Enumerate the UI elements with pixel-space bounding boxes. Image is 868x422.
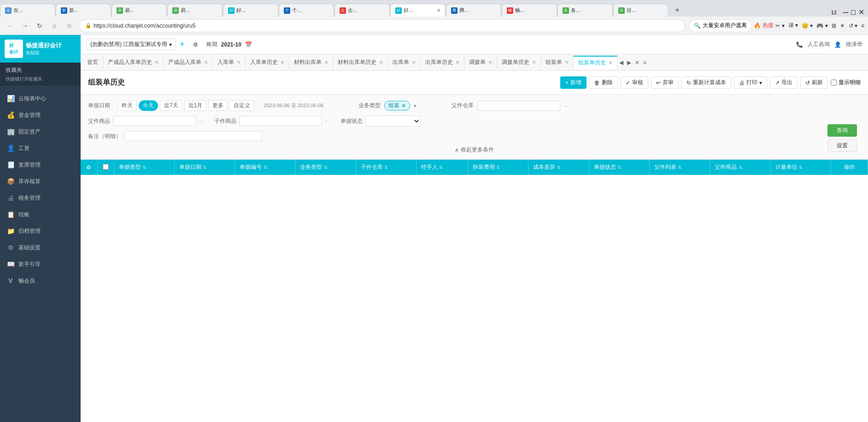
parent-goods-col-header[interactable]: 父件商品 ⇅ — [710, 160, 770, 175]
checkbox-col-header[interactable] — [97, 160, 114, 175]
browser-tab-11[interactable]: 各 各... — [557, 4, 613, 17]
settings-button[interactable]: 设置 — [827, 139, 857, 152]
sidebar-item-payroll[interactable]: 👤 工资 — [0, 140, 81, 156]
sidebar-item-inventory[interactable]: 📦 库存核算 — [0, 173, 81, 190]
parent-goods-input[interactable] — [113, 116, 196, 126]
show-detail-checkbox[interactable] — [831, 80, 837, 86]
tab-scroll-left[interactable]: ◀ — [617, 59, 625, 66]
page-tab-material-out-history[interactable]: 材料出库单历史 ✕ — [333, 56, 388, 69]
user-name[interactable]: 徐泽华 — [846, 40, 862, 48]
page-tab-material-out-history-close[interactable]: ✕ — [379, 60, 383, 65]
reload-button[interactable]: ↻ — [33, 19, 46, 32]
page-tab-home[interactable]: 首页 — [82, 56, 103, 69]
child-warehouse-col-header[interactable]: 子件仓库 ⇅ — [356, 160, 416, 175]
browser-tab-6[interactable]: 个 个... — [279, 4, 334, 17]
page-tab-in-order-close[interactable]: ✕ — [237, 60, 240, 65]
show-detail-checkbox-label[interactable]: 显示明细 — [831, 79, 861, 87]
brightness-action[interactable]: ☀ — [840, 23, 845, 29]
select-all-checkbox[interactable] — [103, 164, 109, 170]
sidebar-item-settlement[interactable]: 📋 结账 — [0, 206, 81, 223]
tab-close-8[interactable]: ✕ — [437, 8, 440, 13]
remarks-input[interactable] — [124, 131, 262, 141]
yesterday-btn[interactable]: 昨天 — [117, 100, 137, 111]
handler-col-header[interactable]: 经手人 ⇅ — [416, 160, 468, 175]
cost-diff-col-header[interactable]: 成本差异 ⇅ — [528, 160, 589, 175]
undo-action[interactable]: ↺ ▾ — [849, 23, 857, 29]
approve-button[interactable]: ✓ 审核 — [621, 76, 648, 89]
browser-tab-7[interactable]: 企 企... — [334, 4, 390, 17]
status-select[interactable] — [365, 116, 421, 127]
type-col-header[interactable]: 单据类型 ⇅ — [114, 160, 174, 175]
add-button[interactable]: + 新增 — [560, 76, 586, 89]
browser-tab-4[interactable]: 易 易... — [167, 4, 223, 17]
address-bar[interactable]: 🔒 https://cloud.chanjet.com/accounting/u… — [79, 19, 685, 32]
delete-button[interactable]: 🗑 删除 — [589, 76, 618, 89]
sidebar-item-fund[interactable]: 💰 资金管理 — [0, 107, 81, 123]
page-tab-produce-in-history-close[interactable]: ✕ — [155, 60, 158, 65]
page-tab-in-history-close[interactable]: ✕ — [281, 60, 284, 65]
browser-tab-5[interactable]: 好 好... — [223, 4, 278, 17]
sidebar-item-cloud-report[interactable]: 📊 云报表中心 — [0, 90, 81, 107]
browser-tab-9[interactable]: 腾 腾... — [446, 4, 501, 17]
sidebar-item-fixed-assets[interactable]: 🏢 固定资产 — [0, 123, 81, 140]
sidebar-item-basic[interactable]: ⚙ 基础设置 — [0, 239, 81, 256]
page-tab-out-order[interactable]: 出库单 ✕ — [388, 56, 421, 69]
consultant-label[interactable]: 人工咨询 — [808, 40, 830, 48]
business-type-tag-remove[interactable]: ✕ — [401, 103, 406, 109]
home-button[interactable]: ⌂ — [48, 19, 61, 32]
tab-scroll-right[interactable]: ▶ — [625, 59, 633, 66]
page-tab-produce-in[interactable]: 产成品入库单 ✕ — [164, 56, 213, 69]
minimize-button[interactable]: ─ — [843, 8, 848, 17]
forward-button[interactable]: → — [18, 19, 31, 32]
add-company-button[interactable]: + — [180, 40, 185, 49]
back-button[interactable]: ← — [4, 19, 17, 32]
parent-goods-more[interactable]: ··· — [199, 118, 203, 124]
date-col-header[interactable]: 单据日期 ⇅ — [174, 160, 235, 175]
query-button[interactable]: 查询 — [827, 124, 857, 137]
last1month-btn[interactable]: 近1月 — [184, 100, 207, 111]
disassembly-fee-col-header[interactable]: 拆装费用 ⇅ — [468, 160, 528, 175]
page-tab-out-history-close[interactable]: ✕ — [456, 60, 459, 65]
company-selector[interactable]: (勿删勿禁用) 江西服宝测试专用 ▾ — [86, 39, 176, 50]
today-btn[interactable]: 今天 — [139, 100, 158, 111]
calendar-icon[interactable]: 📅 — [245, 41, 252, 48]
child-goods-more[interactable]: ··· — [325, 118, 329, 124]
settings-col-header[interactable]: ⚙ — [81, 160, 97, 175]
page-tab-in-history[interactable]: 入库单历史 ✕ — [246, 56, 289, 69]
page-tab-out-order-close[interactable]: ✕ — [412, 60, 416, 65]
page-tab-produce-in-close[interactable]: ✕ — [204, 60, 208, 65]
page-tab-material-out-close[interactable]: ✕ — [324, 60, 328, 65]
sidebar-item-invoice[interactable]: 🧾 发票管理 — [0, 156, 81, 173]
abandon-button[interactable]: ↩ 弃审 — [651, 76, 679, 89]
unit-col-header[interactable]: 计量单位 ⇅ — [770, 160, 831, 175]
browser-tab-12[interactable]: 目 目... — [613, 4, 669, 17]
search-bar[interactable]: 🔍 大量安卓用户逃离 — [689, 19, 752, 32]
export-button[interactable]: ↗ 导出 — [770, 76, 798, 89]
page-tab-assembly-history[interactable]: 组装单历史 ✕ — [574, 56, 617, 69]
company-settings-button[interactable]: ⚙ — [188, 40, 203, 50]
number-col-header[interactable]: 单据编号 ⇅ — [235, 160, 295, 175]
print-button[interactable]: 🖨 打印 ▾ — [734, 76, 767, 89]
maximize-button[interactable]: □ — [851, 8, 856, 17]
browser-tab-8[interactable]: 好 好... ✕ — [390, 4, 446, 17]
sidebar-item-guide[interactable]: 📖 新手引导 — [0, 256, 81, 272]
recalculate-button[interactable]: ↻ 重新计算成本 — [681, 76, 731, 89]
translate-action[interactable]: 译 ▾ — [788, 22, 798, 29]
parent-warehouse-more[interactable]: ··· — [564, 103, 569, 109]
more-date-btn[interactable]: 更多 — [208, 100, 228, 111]
page-tab-produce-in-history[interactable]: 产成品入库单历史 ✕ — [103, 56, 164, 69]
page-tab-material-out[interactable]: 材料出库单 ✕ — [289, 56, 333, 69]
sidebar-item-member[interactable]: V 畅会员 — [0, 272, 81, 289]
page-tab-adjust-history[interactable]: 调拨单历史 ✕ — [497, 56, 541, 69]
browser-tab-1[interactable]: 在 在... — [0, 4, 55, 17]
biz-type-col-header[interactable]: 业务类型 ⇅ — [295, 160, 356, 175]
tab-close-all[interactable]: ✕ — [633, 59, 641, 66]
bookmark-button[interactable]: ☆ — [63, 19, 76, 32]
page-tab-adjust-history-close[interactable]: ✕ — [532, 60, 536, 65]
scissors-action[interactable]: ✂ ▾ — [775, 23, 784, 29]
sidebar-item-archive[interactable]: 📁 归档管理 — [0, 223, 81, 239]
page-tab-assembly[interactable]: 组装单 ✕ — [541, 56, 574, 69]
page-tab-adjust[interactable]: 调拨单 ✕ — [464, 56, 497, 69]
page-tab-in-order[interactable]: 入库单 ✕ — [213, 56, 246, 69]
page-tab-out-history[interactable]: 出库单历史 ✕ — [421, 56, 464, 69]
